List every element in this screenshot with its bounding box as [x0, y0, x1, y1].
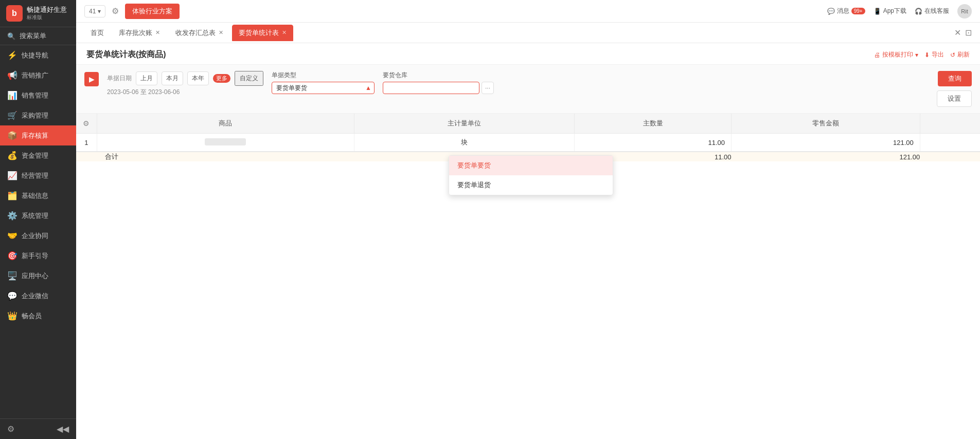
date-more-badge[interactable]: 更多: [213, 74, 230, 83]
date-custom-btn[interactable]: 自定义: [235, 71, 263, 86]
footer-collapse-icon[interactable]: ◀◀: [57, 424, 69, 434]
operations-icon: 📈: [7, 171, 17, 180]
filter-expand-button[interactable]: ▶: [84, 72, 99, 86]
sidebar-item-basic-info[interactable]: 🗂️ 基础信息: [0, 186, 76, 206]
home-tab-label: 首页: [91, 29, 104, 36]
header-right: 💬 消息 99+ 📱 App下载 🎧 在线客服 Rit: [827, 4, 972, 19]
sidebar-footer: ⚙ ◀◀: [0, 418, 76, 439]
marketing-icon: 📢: [7, 70, 17, 80]
sidebar-item-finance[interactable]: 💰 资金管理: [0, 145, 76, 166]
sidebar-item-guide[interactable]: 🎯 新手引导: [0, 246, 76, 266]
search-menu-label: 搜索菜单: [20, 31, 46, 41]
tab-order-summary[interactable]: 要货单统计表 ✕: [232, 25, 293, 41]
search-menu[interactable]: 🔍 搜索菜单: [0, 27, 76, 45]
app-name: 畅捷通好生意: [27, 6, 67, 14]
close-icon[interactable]: ✕: [155, 29, 160, 36]
tab-maximize-icon[interactable]: ⊡: [965, 28, 972, 38]
quick-nav-icon: ⚡: [7, 50, 17, 60]
page-header: 要货单统计表(按商品) 🖨 按模板打印 ▾ ⬇ 导出 ↺ 刷新: [76, 43, 980, 65]
cell-qty: 11.00: [575, 134, 732, 152]
refresh-icon: ↺: [950, 51, 955, 59]
sidebar-item-operations[interactable]: 📈 经营管理: [0, 166, 76, 186]
col-extra: [920, 114, 980, 134]
breadcrumb-value: 41: [89, 8, 96, 15]
search-icon: 🔍: [7, 32, 15, 40]
tab-bar-right: ✕ ⊡: [954, 28, 972, 38]
page-title: 要货单统计表(按商品): [86, 49, 166, 60]
tab-label: 收发存汇总表: [175, 28, 216, 38]
close-icon[interactable]: ✕: [219, 29, 223, 36]
warehouse-more-btn[interactable]: ···: [482, 82, 494, 94]
sidebar-item-label: 营销推广: [22, 71, 48, 80]
app-center-icon: 🖥️: [7, 271, 17, 281]
top-header: 41 ▾ ⚙ 体验行业方案 💬 消息 99+ 📱 App下载 🎧 在线客服 Ri…: [76, 0, 980, 23]
print-action[interactable]: 🖨 按模板打印 ▾: [874, 50, 918, 59]
tab-recv-summary[interactable]: 收发存汇总表 ✕: [169, 25, 230, 41]
doc-type-label: 单据类型: [272, 71, 375, 80]
export-label: 导出: [932, 50, 944, 59]
sidebar-item-members[interactable]: 👑 畅会员: [0, 306, 76, 326]
footer-settings-icon[interactable]: ⚙: [7, 424, 14, 434]
date-filter-label: 单据日期: [107, 74, 132, 83]
app-download-label: App下载: [883, 7, 906, 15]
date-range-display: 2023-05-06 至 2023-06-06: [107, 88, 263, 97]
sidebar-item-inventory[interactable]: 📦 库存核算: [0, 125, 76, 145]
cell-product: [97, 134, 354, 152]
date-this-month-btn[interactable]: 本月: [162, 71, 183, 85]
table-settings-icon[interactable]: ⚙: [83, 119, 90, 127]
industry-solution-button[interactable]: 体验行业方案: [125, 4, 180, 19]
messages-action[interactable]: 💬 消息 99+: [827, 7, 865, 15]
online-service-action[interactable]: 🎧 在线客服: [915, 7, 949, 15]
sidebar-item-purchase[interactable]: 🛒 采购管理: [0, 105, 76, 125]
sidebar-item-wechat-biz[interactable]: 💬 企业微信: [0, 286, 76, 306]
app-logo-icon: b: [6, 5, 23, 22]
total-empty-1: [76, 152, 97, 161]
doc-type-select-wrapper: 要货单要货要货单退货 ▲: [272, 82, 375, 94]
header-left: 41 ▾ ⚙ 体验行业方案: [84, 4, 180, 19]
sidebar-logo: b 畅捷通好生意 标准版: [0, 0, 76, 27]
date-options-row: 单据日期 上月 本月 本年 更多 自定义: [107, 71, 263, 86]
dropdown-item-order-goods[interactable]: 要货单要货: [449, 156, 613, 175]
header-settings-icon[interactable]: ⚙: [112, 6, 119, 16]
expand-icon: ▶: [89, 75, 95, 83]
settings-button[interactable]: 设置: [937, 90, 972, 107]
tab-home[interactable]: 首页: [84, 25, 110, 41]
date-last-month-btn[interactable]: 上月: [136, 71, 157, 85]
tab-inventory-batch[interactable]: 库存批次账 ✕: [112, 25, 167, 41]
system-icon: ⚙️: [7, 211, 17, 221]
messages-label: 消息: [837, 7, 849, 15]
sidebar-item-marketing[interactable]: 📢 营销推广: [0, 65, 76, 85]
doc-type-select[interactable]: 要货单要货要货单退货: [272, 82, 375, 94]
date-this-year-btn[interactable]: 本年: [187, 71, 209, 85]
close-icon[interactable]: ✕: [282, 29, 287, 36]
sidebar-item-app-center[interactable]: 🖥️ 应用中心: [0, 266, 76, 286]
dropdown-item-order-return[interactable]: 要货单退货: [449, 175, 613, 195]
app-download-action[interactable]: 📱 App下载: [874, 7, 906, 15]
export-action[interactable]: ⬇ 导出: [924, 50, 944, 59]
export-icon: ⬇: [924, 51, 930, 59]
sidebar-item-sales[interactable]: 📊 销售管理: [0, 85, 76, 105]
sidebar-item-quick-nav[interactable]: ⚡ 快捷导航: [0, 45, 76, 65]
sidebar-item-system[interactable]: ⚙️ 系统管理: [0, 206, 76, 226]
page-actions: 🖨 按模板打印 ▾ ⬇ 导出 ↺ 刷新: [874, 50, 970, 59]
date-filter-group: 单据日期 上月 本月 本年 更多 自定义 2023-05-06 至 2023-0…: [107, 71, 263, 97]
sidebar-nav: ⚡ 快捷导航 📢 营销推广 📊 销售管理 🛒 采购管理 📦 库存核算 💰 资金管…: [0, 45, 76, 418]
sidebar: b 畅捷通好生意 标准版 🔍 搜索菜单 ⚡ 快捷导航 📢 营销推广 📊 销售管理…: [0, 0, 76, 439]
breadcrumb-select[interactable]: 41 ▾: [84, 5, 105, 17]
headset-icon: 🎧: [915, 8, 922, 15]
refresh-action[interactable]: ↺ 刷新: [950, 50, 970, 59]
avatar[interactable]: Rit: [957, 4, 972, 19]
total-amount: 121.00: [732, 152, 920, 161]
cell-row-num: 1: [76, 134, 97, 152]
enterprise-icon: 🤝: [7, 231, 17, 241]
sidebar-item-enterprise[interactable]: 🤝 企业协同: [0, 226, 76, 246]
query-button[interactable]: 查询: [938, 71, 972, 86]
online-service-label: 在线客服: [924, 7, 949, 15]
content-area: 要货单统计表(按商品) 🖨 按模板打印 ▾ ⬇ 导出 ↺ 刷新: [76, 43, 980, 439]
tab-close-all-icon[interactable]: ✕: [954, 28, 961, 38]
warehouse-input[interactable]: [383, 82, 479, 94]
cell-amount: 121.00: [732, 134, 920, 152]
warehouse-filter: 要货仓库 ···: [383, 71, 479, 94]
sales-icon: 📊: [7, 90, 17, 100]
purchase-icon: 🛒: [7, 111, 17, 120]
